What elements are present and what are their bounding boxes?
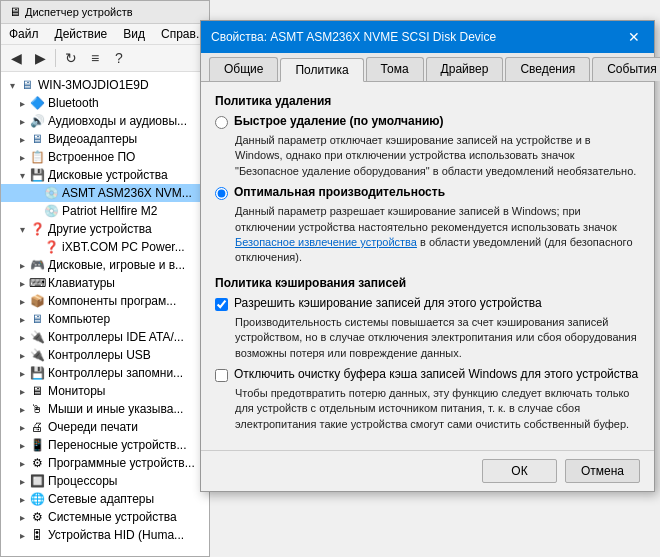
computer2-label: Компьютер	[48, 312, 110, 326]
tree-network[interactable]: ▸ 🌐 Сетевые адаптеры	[1, 490, 209, 508]
tree-firmware[interactable]: ▸ 📋 Встроенное ПО	[1, 148, 209, 166]
tree-sw-device[interactable]: ▸ ⚙ Программные устройств...	[1, 454, 209, 472]
tree-hid1[interactable]: ▸ 🎮 Дисковые, игровые и в...	[1, 256, 209, 274]
expand-firmware: ▸	[15, 150, 29, 164]
expand-keyboard: ▸	[15, 276, 29, 290]
radio-option-optimal: Оптимальная производительность	[215, 185, 640, 200]
disable-flush-label[interactable]: Отключить очистку буфера кэша записей Wi…	[234, 367, 638, 381]
tree-hid2[interactable]: ▸ 🎛 Устройства HID (Huma...	[1, 526, 209, 544]
tree-ixbt[interactable]: ❓ iXBT.COM PC Power...	[1, 238, 209, 256]
system-icon: ⚙	[29, 509, 45, 525]
properties-dialog: Свойства: ASMT ASM236X NVME SCSI Disk De…	[200, 20, 655, 492]
ok-button[interactable]: ОК	[482, 459, 557, 483]
toolbar: ◀ ▶ ↻ ≡ ?	[1, 45, 209, 72]
toolbar-refresh[interactable]: ↻	[60, 47, 82, 69]
menu-view[interactable]: Вид	[115, 24, 153, 44]
tree-mouse[interactable]: ▸ 🖱 Мыши и иные указыва...	[1, 400, 209, 418]
disable-flush-desc: Чтобы предотвратить потерю данных, эту ф…	[235, 386, 640, 432]
storage-label: Контроллеры запомни...	[48, 366, 183, 380]
enable-cache-desc: Производительность системы повышается за…	[235, 315, 640, 361]
enable-cache-checkbox[interactable]	[215, 298, 228, 311]
expand-mouse: ▸	[15, 402, 29, 416]
toolbar-back[interactable]: ◀	[5, 47, 27, 69]
tree-video[interactable]: ▸ 🖥 Видеоадаптеры	[1, 130, 209, 148]
tree-storage[interactable]: ▸ 💾 Контроллеры запомни...	[1, 364, 209, 382]
toolbar-properties[interactable]: ≡	[84, 47, 106, 69]
device-tree[interactable]: ▾ 🖥 WIN-3MOJDIO1E9D ▸ 🔷 Bluetooth ▸ 🔊 Ау…	[1, 72, 209, 556]
optimal-radio[interactable]	[215, 187, 228, 200]
tree-ide[interactable]: ▸ 🔌 Контроллеры IDE ATA/...	[1, 328, 209, 346]
expand-sw: ▸	[15, 456, 29, 470]
tree-other[interactable]: ▾ ❓ Другие устройства	[1, 220, 209, 238]
ide-icon: 🔌	[29, 329, 45, 345]
safe-eject-link[interactable]: Безопасное извлечение устройства	[235, 236, 417, 248]
device-manager-title: Диспетчер устройств	[25, 6, 133, 18]
monitors-label: Мониторы	[48, 384, 105, 398]
tab-events[interactable]: События	[592, 57, 660, 81]
tree-print[interactable]: ▸ 🖨 Очереди печати	[1, 418, 209, 436]
tree-usb[interactable]: ▸ 🔌 Контроллеры USB	[1, 346, 209, 364]
hid2-label: Устройства HID (Huma...	[48, 528, 184, 542]
toolbar-forward[interactable]: ▶	[29, 47, 51, 69]
disable-flush-checkbox[interactable]	[215, 369, 228, 382]
expand-ixbt	[29, 240, 43, 254]
tab-policy[interactable]: Политика	[280, 58, 363, 82]
expand-network: ▸	[15, 492, 29, 506]
patriot-icon: 💿	[43, 203, 59, 219]
expand-monitors: ▸	[15, 384, 29, 398]
expand-ide: ▸	[15, 330, 29, 344]
tree-portable[interactable]: ▸ 📱 Переносные устройств...	[1, 436, 209, 454]
tree-components[interactable]: ▸ 📦 Компоненты програм...	[1, 292, 209, 310]
tab-driver[interactable]: Драйвер	[426, 57, 504, 81]
tree-computer[interactable]: ▾ 🖥 WIN-3MOJDIO1E9D	[1, 76, 209, 94]
hid1-label: Дисковые, игровые и в...	[48, 258, 185, 272]
expand-other: ▾	[15, 222, 29, 236]
sw-device-icon: ⚙	[29, 455, 45, 471]
tree-audio[interactable]: ▸ 🔊 Аудиовходы и аудиовы...	[1, 112, 209, 130]
device-manager-icon: 🖥	[9, 5, 21, 19]
toolbar-help[interactable]: ?	[108, 47, 130, 69]
tree-patriot[interactable]: 💿 Patriot Hellfire M2	[1, 202, 209, 220]
tree-monitors[interactable]: ▸ 🖥 Мониторы	[1, 382, 209, 400]
menu-bar: Файл Действие Вид Справ.	[1, 24, 209, 45]
menu-file[interactable]: Файл	[1, 24, 47, 44]
optimal-radio-label[interactable]: Оптимальная производительность	[234, 185, 445, 199]
tree-computer2[interactable]: ▸ 🖥 Компьютер	[1, 310, 209, 328]
hid2-icon: 🎛	[29, 527, 45, 543]
patriot-label: Patriot Hellfire M2	[62, 204, 157, 218]
portable-icon: 📱	[29, 437, 45, 453]
tree-system[interactable]: ▸ ⚙ Системные устройства	[1, 508, 209, 526]
ixbt-label: iXBT.COM PC Power...	[62, 240, 185, 254]
tree-disks[interactable]: ▾ 💾 Дисковые устройства	[1, 166, 209, 184]
video-icon: 🖥	[29, 131, 45, 147]
keyboard-label: Клавиатуры	[48, 276, 115, 290]
processor-icon: 🔲	[29, 473, 45, 489]
checkbox-option-enable-cache: Разрешить кэширование записей для этого …	[215, 296, 640, 311]
fast-radio-label[interactable]: Быстрое удаление (по умолчанию)	[234, 114, 444, 128]
cancel-button[interactable]: Отмена	[565, 459, 640, 483]
cache-policy-title: Политика кэширования записей	[215, 276, 640, 290]
radio-option-fast: Быстрое удаление (по умолчанию)	[215, 114, 640, 129]
menu-action[interactable]: Действие	[47, 24, 116, 44]
expand-storage: ▸	[15, 366, 29, 380]
tab-general[interactable]: Общие	[209, 57, 278, 81]
firmware-icon: 📋	[29, 149, 45, 165]
tab-details[interactable]: Сведения	[505, 57, 590, 81]
optimal-desc-text1: Данный параметр разрешает кэширование за…	[235, 205, 617, 232]
ide-label: Контроллеры IDE ATA/...	[48, 330, 184, 344]
tab-volumes[interactable]: Тома	[366, 57, 424, 81]
expand-audio: ▸	[15, 114, 29, 128]
tree-keyboard[interactable]: ▸ ⌨ Клавиатуры	[1, 274, 209, 292]
dialog-close-button[interactable]: ✕	[624, 27, 644, 47]
tree-processor[interactable]: ▸ 🔲 Процессоры	[1, 472, 209, 490]
fast-radio[interactable]	[215, 116, 228, 129]
ixbt-icon: ❓	[43, 239, 59, 255]
mouse-icon: 🖱	[29, 401, 45, 417]
enable-cache-label[interactable]: Разрешить кэширование записей для этого …	[234, 296, 542, 310]
expand-video: ▸	[15, 132, 29, 146]
network-icon: 🌐	[29, 491, 45, 507]
tree-bluetooth[interactable]: ▸ 🔷 Bluetooth	[1, 94, 209, 112]
expand-hid2: ▸	[15, 528, 29, 542]
disk-icon: 💾	[29, 167, 45, 183]
tree-asmt[interactable]: 💿 ASMT ASM236X NVM...	[1, 184, 209, 202]
